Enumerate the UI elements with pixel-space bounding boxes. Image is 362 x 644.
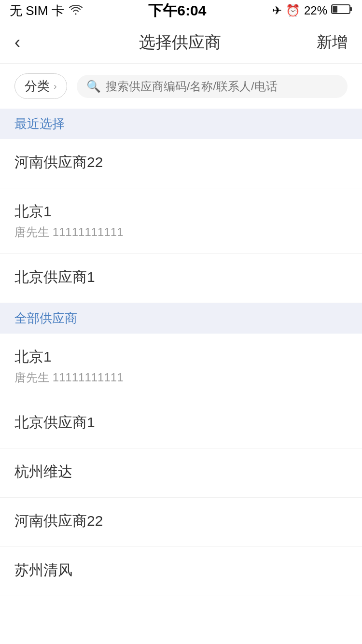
item-contact: 唐先生 11111111111	[14, 224, 348, 240]
location-icon: ✈	[272, 4, 282, 17]
nav-title: 选择供应商	[139, 31, 221, 54]
back-button[interactable]: ‹	[14, 32, 43, 53]
chevron-right-icon: ›	[54, 81, 57, 92]
svg-rect-2	[333, 6, 337, 13]
item-name: 河南供应商22	[14, 153, 348, 172]
item-name: 北京1	[14, 347, 348, 367]
item-contact: 唐先生 11111111111	[14, 370, 348, 385]
status-right: ✈ ⏰ 22%	[272, 4, 352, 17]
category-label: 分类	[25, 78, 50, 95]
item-name: 北京供应商1	[14, 267, 348, 287]
list-item[interactable]: 杭州维达	[0, 448, 362, 498]
nav-bar: ‹ 选择供应商 新增	[0, 21, 362, 64]
item-name: 河南供应商22	[14, 511, 348, 531]
carrier-text: 无 SIM 卡	[10, 2, 64, 19]
item-name: 杭州维达	[14, 462, 348, 482]
list-item[interactable]: 北京供应商1	[0, 399, 362, 448]
svg-rect-1	[350, 7, 352, 11]
section-header-all: 全部供应商	[0, 303, 362, 334]
list-item[interactable]: 北京1唐先生 11111111111	[0, 334, 362, 399]
wifi-icon	[69, 3, 83, 18]
item-name: 苏州清风	[14, 560, 348, 580]
search-box: 🔍	[77, 75, 348, 98]
status-time: 下午6:04	[148, 1, 206, 21]
status-bar: 无 SIM 卡 下午6:04 ✈ ⏰ 22%	[0, 0, 362, 21]
list-item[interactable]: 苏州清风	[0, 547, 362, 596]
alarm-icon: ⏰	[286, 4, 300, 17]
add-button[interactable]: 新增	[317, 32, 348, 53]
item-name: 北京1	[14, 202, 348, 222]
item-name: 北京供应商1	[14, 413, 348, 433]
list-item[interactable]: 北京供应商1	[0, 254, 362, 303]
section-header-recent: 最近选择	[0, 109, 362, 139]
search-icon: 🔍	[86, 80, 101, 93]
category-filter[interactable]: 分类 ›	[14, 73, 67, 99]
battery-percent: 22%	[304, 4, 327, 17]
sections-container: 最近选择河南供应商22北京1唐先生 11111111111北京供应商1全部供应商…	[0, 109, 362, 596]
filter-bar: 分类 › 🔍	[0, 64, 362, 109]
list-item[interactable]: 河南供应商22	[0, 498, 362, 547]
battery-icon	[331, 4, 352, 17]
status-left: 无 SIM 卡	[10, 2, 83, 19]
list-item[interactable]: 北京1唐先生 11111111111	[0, 188, 362, 254]
list-item[interactable]: 河南供应商22	[0, 139, 362, 188]
search-input[interactable]	[106, 80, 338, 93]
